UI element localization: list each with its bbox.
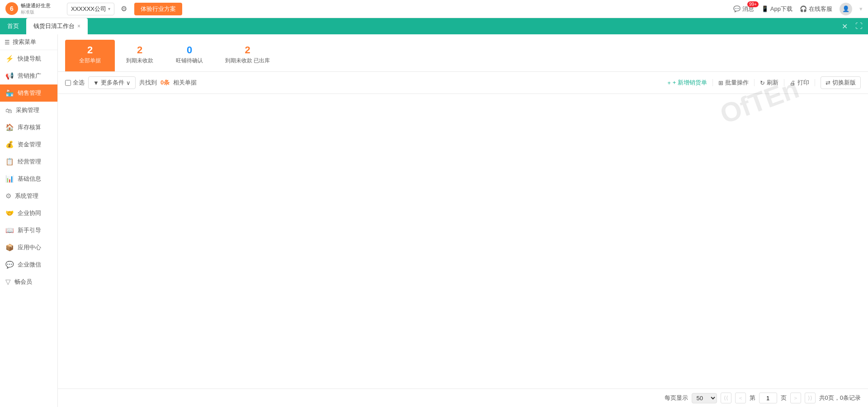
- sidebar-label: 营销推广: [18, 72, 41, 80]
- summary-card-pending[interactable]: 0 旺铺待确认: [165, 40, 214, 71]
- more-filters-button[interactable]: ▼ 更多条件 ∨: [88, 76, 136, 89]
- card-label: 到期未收款: [126, 57, 154, 65]
- sidebar-label: 快捷导航: [18, 55, 41, 63]
- found-suffix: 相关单据: [173, 79, 197, 87]
- sidebar-item-purchase[interactable]: 🛍 采购管理: [0, 102, 57, 119]
- toolbar-right: + + 新增销货单 ⊞ 批量操作 ↻ 刷新 🖨 打印: [667, 76, 861, 89]
- sidebar-item-sales[interactable]: 🏪 销售管理: [0, 84, 57, 102]
- print-button[interactable]: 🖨 打印: [790, 79, 809, 87]
- sidebar-item-member[interactable]: ▽ 畅会员: [0, 273, 57, 290]
- batch-operation-button[interactable]: ⊞ 批量操作: [718, 79, 749, 87]
- summary-card-overdue[interactable]: 2 到期未收款: [115, 40, 165, 71]
- sidebar-item-inventory[interactable]: 🏠 库存核算: [0, 119, 57, 136]
- enterprise-icon: 🤝: [5, 209, 14, 217]
- page-size-label: 每页显示: [665, 394, 688, 402]
- member-icon: ▽: [5, 278, 11, 286]
- app-download-button[interactable]: 📱 App下载: [761, 5, 793, 13]
- switch-version-button[interactable]: ⇄ 切换新版: [821, 76, 861, 89]
- sidebar-label: 库存核算: [18, 123, 41, 131]
- card-label: 到期未收款 已出库: [225, 57, 270, 65]
- summary-card-all[interactable]: 2 全部单据: [65, 40, 115, 71]
- service-icon: 🎧: [800, 5, 807, 12]
- add-sales-order-button[interactable]: + + 新增销货单: [667, 79, 707, 87]
- divider: [815, 79, 815, 86]
- experience-button[interactable]: 体验行业方案: [134, 3, 182, 15]
- switch-icon: ⇄: [826, 80, 830, 86]
- card-count: 2: [225, 44, 270, 56]
- tab-home[interactable]: 首页: [0, 18, 26, 34]
- sidebar-label: 应用中心: [18, 243, 41, 252]
- summary-card-overdue-shipped[interactable]: 2 到期未收款 已出库: [214, 40, 281, 71]
- sidebar-item-basic-info[interactable]: 📊 基础信息: [0, 170, 57, 187]
- next-page-button[interactable]: ＞: [790, 393, 801, 403]
- select-all-checkbox[interactable]: 全选: [65, 79, 85, 87]
- sidebar-item-system[interactable]: ⚙ 系统管理: [0, 187, 57, 205]
- batch-label: 批量操作: [725, 79, 749, 87]
- page-label2: 页: [781, 394, 787, 402]
- checkbox-input[interactable]: [65, 80, 71, 86]
- quick-nav-icon: ⚡: [5, 55, 14, 63]
- maximize-icon[interactable]: ⛶: [854, 21, 864, 32]
- wechat-icon: 💬: [5, 261, 14, 269]
- online-service-button[interactable]: 🎧 在线客服: [800, 5, 832, 13]
- sidebar-item-marketing[interactable]: 📢 营销推广: [0, 67, 57, 84]
- close-window-icon[interactable]: ✕: [839, 21, 850, 32]
- search-menu-button[interactable]: ☰ 搜索菜单: [0, 34, 57, 50]
- prev-page-button[interactable]: ＜: [735, 393, 746, 403]
- sidebar-label: 企业协同: [18, 209, 41, 217]
- batch-icon: ⊞: [718, 80, 723, 86]
- logo-text-block: 畅捷通好生意 标准版: [21, 2, 51, 15]
- switch-label: 切换新版: [832, 79, 856, 87]
- company-name: XXXXXX公司: [71, 5, 106, 13]
- company-selector[interactable]: XXXXXX公司 ▾: [67, 3, 114, 15]
- close-icon[interactable]: ×: [77, 23, 80, 29]
- user-name[interactable]: ▾: [859, 5, 863, 12]
- refresh-icon: ↻: [760, 80, 765, 86]
- sidebar-label: 采购管理: [16, 106, 39, 114]
- divider: [754, 79, 755, 86]
- last-page-button[interactable]: ⟩⟩: [805, 393, 816, 403]
- capital-icon: 💰: [5, 140, 14, 149]
- print-icon: 🖨: [790, 80, 796, 86]
- home-tab-label: 首页: [7, 22, 19, 30]
- topbar-right: 💬 消息 99+ 📱 App下载 🎧 在线客服 👤 ▾: [733, 3, 863, 15]
- app-center-icon: 📦: [5, 243, 14, 252]
- search-icon: ☰: [5, 39, 10, 46]
- watermark: OfTEn: [716, 94, 803, 130]
- avatar[interactable]: 👤: [840, 3, 852, 15]
- plus-icon: +: [667, 80, 671, 86]
- toolbar-left: 全选 ▼ 更多条件 ∨ 共找到 0条 相关单据: [65, 76, 664, 89]
- page-size-select[interactable]: 50 100 200: [692, 393, 717, 403]
- card-count: 2: [126, 44, 154, 56]
- page-input[interactable]: [759, 393, 777, 403]
- guide-icon: 📖: [5, 226, 14, 234]
- sidebar-item-operations[interactable]: 📋 经营管理: [0, 153, 57, 170]
- divider: [712, 79, 713, 86]
- purchase-icon: 🛍: [5, 107, 12, 114]
- sidebar-label: 资金管理: [18, 140, 41, 149]
- card-count: 2: [76, 44, 104, 56]
- basic-info-icon: 📊: [5, 175, 14, 183]
- sidebar-item-wechat[interactable]: 💬 企业微信: [0, 256, 57, 273]
- app-download-label: App下载: [770, 5, 793, 13]
- summary-cards: 2 全部单据 2 到期未收款 0 旺铺待确认 2 到期未收款 已出库: [58, 34, 868, 72]
- sidebar: ☰ 搜索菜单 ⚡ 快捷导航 📢 营销推广 🏪 销售管理 🛍 采购管理 🏠 库存核…: [0, 34, 58, 407]
- logo: 6 畅捷通好生意 标准版: [5, 2, 63, 15]
- sidebar-item-quick-nav[interactable]: ⚡ 快捷导航: [0, 50, 57, 67]
- sidebar-item-capital[interactable]: 💰 资金管理: [0, 136, 57, 153]
- filter-icon: ▼: [93, 80, 99, 86]
- logo-icon: 6: [5, 2, 18, 15]
- refresh-button[interactable]: ↻ 刷新: [760, 79, 778, 87]
- chevron-down-icon: ∨: [126, 80, 131, 86]
- sidebar-item-enterprise[interactable]: 🤝 企业协同: [0, 205, 57, 222]
- message-button[interactable]: 💬 消息 99+: [733, 5, 754, 13]
- tab-qianhuoriqing[interactable]: 钱货日清工作台 ×: [26, 18, 88, 34]
- sidebar-label: 新手引导: [18, 226, 41, 234]
- sidebar-item-guide[interactable]: 📖 新手引导: [0, 222, 57, 239]
- settings-button[interactable]: ⚙: [117, 2, 131, 16]
- sidebar-label: 系统管理: [15, 192, 38, 200]
- search-menu-label: 搜索菜单: [13, 38, 36, 46]
- sidebar-label: 经营管理: [18, 158, 41, 166]
- first-page-button[interactable]: ⟨⟨: [721, 393, 731, 403]
- sidebar-item-app-center[interactable]: 📦 应用中心: [0, 239, 57, 256]
